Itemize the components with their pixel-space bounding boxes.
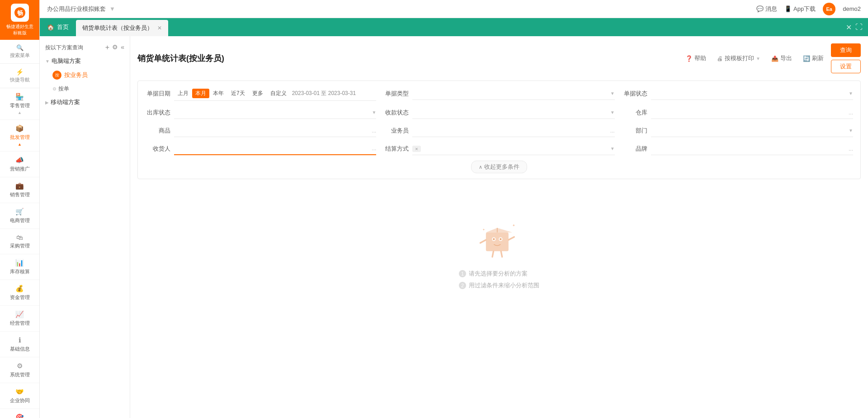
salesperson-input[interactable]: ...: [412, 124, 614, 137]
date-range-text: 2023-03-01 至 2023-03-31: [292, 90, 356, 97]
sidebar-item-retail[interactable]: 🏪 零售管理 ▲: [0, 88, 39, 120]
sidebar-item-ecommerce-label: 电商管理: [10, 217, 30, 224]
empty-tip-1-text: 请先选择要分析的方案: [469, 268, 528, 280]
svg-point-6: [493, 238, 495, 240]
topbar-dropdown-icon[interactable]: ▼: [109, 5, 115, 12]
sidebar-search[interactable]: 🔍 搜索菜单: [0, 40, 39, 64]
tab-close-sales-stat[interactable]: ✕: [157, 25, 162, 31]
goods-input[interactable]: ...: [174, 124, 376, 137]
dept-label: 部门: [622, 127, 647, 135]
sidebar-item-marketing-label: 营销推广: [10, 166, 30, 172]
collapse-more-btn[interactable]: ∧ 收起更多条件: [471, 161, 527, 173]
payment-input[interactable]: × ▼: [412, 142, 614, 155]
app-download-btn[interactable]: 📱 App下载: [784, 5, 816, 13]
brand-input[interactable]: ...: [651, 142, 853, 155]
page-title: 销货单统计表(按业务员): [137, 53, 224, 64]
settings-btn[interactable]: 设置: [831, 60, 861, 73]
recipient-filter-group: 收货人 ...: [145, 142, 376, 155]
goods-label: 商品: [145, 127, 170, 135]
tab-home[interactable]: 🏠 首页: [40, 18, 76, 36]
salesperson-more-btn[interactable]: ...: [610, 128, 615, 134]
tab-sales-stat[interactable]: 销货单统计表（按业务员） ✕: [76, 20, 168, 36]
sidebar-item-marketing[interactable]: 📣 营销推广: [0, 152, 39, 177]
sidebar-item-purchase[interactable]: 🛍 采购管理: [0, 229, 39, 254]
sidebar-item-operations[interactable]: 📈 经营管理: [0, 306, 39, 332]
doc-type-input[interactable]: ▼: [412, 87, 614, 100]
inventory-icon: 📊: [15, 259, 24, 267]
collapse-panel-btn[interactable]: «: [121, 43, 124, 52]
sidebar-item-corp[interactable]: 🤝 企业协同: [0, 383, 39, 409]
receive-status-label: 收款状态: [383, 109, 409, 117]
brand-more-btn[interactable]: ...: [849, 146, 853, 152]
svg-line-8: [480, 240, 486, 243]
svg-rect-2: [486, 233, 509, 252]
tree-group-mobile[interactable]: ▶ 移动端方案: [40, 95, 130, 109]
left-panel-title: 按以下方案查询: [45, 44, 83, 52]
tab-close-all-btn[interactable]: ✕: [846, 23, 852, 32]
sidebar-item-system[interactable]: ⚙ 系统管理: [0, 357, 39, 383]
recipient-more-btn[interactable]: ...: [372, 145, 376, 152]
topbar-right: 💬 消息 📱 App下载 Ea demo2: [756, 3, 861, 15]
svg-line-9: [509, 237, 514, 240]
sidebar-item-finance[interactable]: 💰 资金管理: [0, 280, 39, 306]
print-label: 按模板打印: [725, 54, 754, 62]
tree-sub-group-order[interactable]: ⚙ 按单: [40, 82, 130, 95]
payment-tag-close[interactable]: ×: [415, 146, 418, 152]
date-btn-this-year[interactable]: 本年: [209, 88, 227, 99]
sidebar-item-basic[interactable]: ℹ 基础信息: [0, 332, 39, 357]
user-avatar[interactable]: Ea: [823, 3, 835, 15]
tree-child-salesperson[interactable]: 按 按业务员: [40, 68, 130, 82]
user-name[interactable]: demo2: [843, 5, 861, 12]
doc-status-filter-group: 单据状态 ▼: [622, 86, 853, 101]
tree-group-pc[interactable]: ▼ 电脑端方案: [40, 54, 130, 68]
wholesale-icon: 📦: [15, 124, 24, 133]
sidebar-item-wholesale[interactable]: 📦 批发管理 ▲: [0, 120, 39, 152]
goods-filter-group: 商品 ...: [145, 124, 376, 137]
sidebar-item-operations-label: 经营管理: [10, 320, 30, 327]
date-btn-last7[interactable]: 近7天: [227, 88, 249, 99]
recipient-input[interactable]: ...: [174, 142, 376, 155]
print-btn[interactable]: 🖨 按模板打印 ▼: [713, 52, 764, 64]
empty-tips: 1 请先选择要分析的方案 2 用过滤条件来缩小分析范围: [459, 268, 539, 291]
tip-num-2: 2: [459, 282, 466, 289]
out-status-input[interactable]: ▼: [174, 106, 376, 119]
salesperson-filter-group: 业务员 ...: [383, 124, 614, 137]
purchase-icon: 🛍: [16, 233, 23, 241]
date-btn-custom[interactable]: 自定义: [267, 88, 290, 99]
export-btn[interactable]: 📤 导出: [768, 52, 796, 64]
date-btn-more[interactable]: 更多: [249, 88, 267, 99]
tab-maximize-btn[interactable]: ⛶: [855, 23, 863, 31]
dept-input[interactable]: ▼: [651, 124, 853, 137]
goods-more-btn[interactable]: ...: [372, 128, 376, 134]
warehouse-more-btn[interactable]: ...: [849, 109, 853, 116]
date-btn-last-month[interactable]: 上月: [174, 88, 192, 99]
svg-line-10: [492, 251, 494, 257]
date-btn-this-month[interactable]: 本月: [192, 89, 209, 98]
sidebar-logo[interactable]: 畅 畅捷通好生意 标账版: [0, 0, 39, 40]
empty-tip-2: 2 用过滤条件来缩小分析范围: [459, 280, 539, 291]
home-icon: 🏠: [47, 24, 54, 31]
svg-line-11: [501, 251, 502, 257]
sidebar-item-sales[interactable]: 💼 销售管理: [0, 177, 39, 203]
add-scheme-btn[interactable]: +: [105, 43, 109, 52]
message-btn[interactable]: 💬 消息: [756, 5, 777, 13]
warehouse-input[interactable]: ...: [651, 106, 853, 119]
sub-group-icon: ⚙: [52, 86, 57, 91]
sidebar-item-ecommerce[interactable]: 🛒 电商管理: [0, 203, 39, 229]
date-filter-label: 单据日期: [145, 90, 170, 98]
refresh-btn[interactable]: 🔄 刷新: [799, 52, 827, 64]
query-btn[interactable]: 查询: [831, 43, 861, 57]
sidebar-quick-nav[interactable]: ⚡ 快捷导航: [0, 64, 39, 88]
finance-icon: 💰: [15, 285, 24, 293]
sidebar-item-newbie[interactable]: 🎯 新手引导: [0, 409, 39, 418]
sidebar-item-inventory[interactable]: 📊 库存核算: [0, 254, 39, 280]
filter-row-4: 收货人 ... 结算方式 × ▼: [145, 142, 853, 155]
collapse-row: ∧ 收起更多条件: [145, 157, 853, 173]
doc-status-input[interactable]: ▼: [651, 87, 853, 100]
settings-scheme-btn[interactable]: ⚙: [112, 43, 118, 52]
sales-icon: 💼: [15, 182, 24, 190]
tip-num-1: 1: [459, 270, 466, 277]
receive-status-input[interactable]: ▼: [412, 106, 614, 119]
help-btn[interactable]: ❓ 帮助: [682, 52, 710, 64]
collapse-icon: ∧: [479, 164, 482, 170]
